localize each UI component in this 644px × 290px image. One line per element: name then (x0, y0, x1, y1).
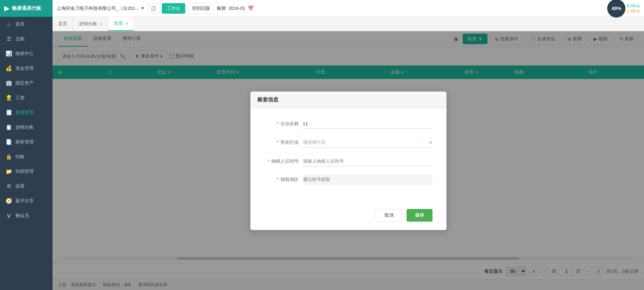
speed-indicator: 49% 8.5K/s 2.6K/s (607, 0, 640, 18)
sidebar-item-salary[interactable]: 👷 工资 (0, 90, 53, 105)
cancel-button[interactable]: 取消 (376, 209, 402, 222)
form-row-industry: * 所在行业 请选择行业 ∨ (264, 137, 432, 148)
speed-circle: 49% (607, 0, 625, 18)
sidebar-item-close[interactable]: 🔒 结账 (0, 149, 53, 164)
sidebar-label-ledger: 总账 (15, 36, 25, 42)
tab-sales-ledger[interactable]: 进销台账 ✕ (73, 17, 108, 31)
topbar: 上海卯金刀电子科技有限公司_（台201... ▼ 📋 工作台 切到旧版 账期 2… (53, 0, 644, 17)
logo-icon: ▶ (4, 5, 9, 12)
period-value: 2016-01 (229, 6, 245, 11)
form-row-tax-id: * 纳税人识别号 (264, 156, 432, 166)
sidebar-item-reports[interactable]: 📊 报表中心 (0, 46, 53, 61)
sidebar-label-funds: 资金管理 (15, 65, 34, 72)
required-star-industry: * (277, 140, 278, 145)
sidebar-label-tax: 税务管理 (15, 139, 34, 145)
sidebar-item-funds[interactable]: 💰 资金管理 (0, 61, 53, 76)
industry-dropdown-icon: ∨ (429, 140, 432, 145)
speed-numbers: 8.5K/s 2.6K/s (627, 3, 640, 14)
company-name: 上海卯金刀电子科技有限公司_（台201... ▼ (57, 5, 145, 12)
sidebar-logo: ▶ 畅康通易代账 (0, 0, 53, 17)
tab-invoice[interactable]: 发票 ✕ (108, 17, 134, 31)
tab-invoice-close[interactable]: ✕ (125, 21, 128, 26)
switch-old-button[interactable]: 切到旧版 (188, 3, 214, 14)
tab-home[interactable]: 首页 (53, 17, 73, 31)
sidebar-item-invoice[interactable]: 🧾 发票管理 (0, 105, 53, 120)
tax-id-input[interactable] (303, 156, 432, 166)
topbar-right: 49% 8.5K/s 2.6K/s (607, 0, 640, 18)
content-area: 销项发票 进项发票 费用小票 ⊞ 取票 ▼ ⊞ 批量操作 (53, 31, 644, 290)
sidebar-label-archive: 归档管理 (15, 168, 34, 175)
dialog-header: 账套信息 (250, 92, 446, 108)
form-label-industry: * 所在行业 (264, 139, 303, 146)
calendar-icon[interactable]: 📅 (248, 6, 254, 11)
sidebar-item-ledger[interactable]: ☰ 总账 (0, 32, 53, 46)
sidebar-label-assets: 固定资产 (15, 80, 34, 86)
guide-icon: 🧭 (6, 198, 12, 204)
tax-id-label: 纳税人识别号 (271, 159, 299, 164)
home-icon: ⌂ (6, 21, 12, 27)
form-row-tax-region: * 报税地区 (264, 175, 432, 184)
required-star-tax-region: * (277, 177, 278, 182)
sidebar-item-settings[interactable]: ⚙ 设置 (0, 179, 53, 194)
sidebar-label-guide: 新手引导 (15, 198, 34, 204)
sidebar-label-invoice: 发票管理 (15, 109, 34, 116)
assets-icon: 🏢 (6, 80, 12, 86)
copy-icon-btn[interactable]: 📋 (148, 3, 159, 14)
sidebar-label-close: 结账 (15, 154, 25, 160)
form-label-tax-region: * 报税地区 (264, 176, 303, 183)
company-name-label: 企业名称 (281, 121, 299, 126)
save-button[interactable]: 保存 (407, 209, 432, 222)
dialog-account-info: 账套信息 * 企业名称 (250, 92, 446, 230)
tabbar: 首页 进销台账 ✕ 发票 ✕ (53, 17, 644, 31)
period-info: 账期 2016-01 📅 (217, 5, 254, 12)
sidebar-label-vip: 畅会员 (15, 213, 29, 219)
salary-icon: 👷 (6, 95, 12, 101)
tab-sales-ledger-label: 进销台账 (79, 21, 97, 27)
required-star-company: * (277, 121, 278, 126)
industry-select[interactable]: 请选择行业 ∨ (303, 137, 432, 148)
form-label-company-name: * 企业名称 (264, 121, 303, 127)
tax-region-input (303, 175, 432, 184)
speed-percent: 49% (611, 6, 621, 11)
funds-icon: 💰 (6, 65, 12, 72)
tab-sales-ledger-close[interactable]: ✕ (99, 22, 102, 26)
sidebar-item-tax[interactable]: 📑 税务管理 (0, 135, 53, 149)
tab-invoice-label: 发票 (114, 20, 123, 27)
company-name-input[interactable] (303, 119, 432, 129)
sidebar-item-home[interactable]: ⌂ 首页 (0, 17, 53, 32)
speed-up: 8.5K/s (627, 3, 640, 8)
settings-icon: ⚙ (6, 183, 12, 189)
modal-overlay: 账套信息 * 企业名称 (53, 31, 644, 290)
required-star-tax-id: * (268, 159, 269, 164)
sales-ledger-icon: 📋 (6, 124, 12, 130)
dialog-title: 账套信息 (257, 96, 278, 102)
sidebar-item-vip[interactable]: V 畅会员 (0, 208, 53, 223)
sidebar-label-sales-ledger: 进销台账 (15, 124, 34, 130)
sidebar-label-home: 首页 (15, 21, 25, 27)
tax-region-label: 报税地区 (281, 177, 299, 182)
sidebar-item-sales-ledger[interactable]: 📋 进销台账 (0, 120, 53, 135)
sidebar-item-archive[interactable]: 📁 归档管理 (0, 164, 53, 179)
tax-icon: 📑 (6, 139, 12, 145)
dialog-footer: 取消 保存 (250, 203, 446, 230)
sidebar-label-reports: 报表中心 (15, 50, 34, 57)
sidebar-label-salary: 工资 (15, 95, 25, 101)
dialog-body: * 企业名称 * 所在行业 请选择行业 (250, 108, 446, 203)
sidebar: ▶ 畅康通易代账 ⌂ 首页 ☰ 总账 📊 报表中心 💰 资金管理 🏢 固定资产 … (0, 0, 53, 290)
company-dropdown-icon[interactable]: ▼ (140, 6, 145, 11)
sidebar-item-assets[interactable]: 🏢 固定资产 (0, 76, 53, 90)
ledger-icon: ☰ (6, 36, 12, 42)
logo-text: 畅康通易代账 (12, 5, 41, 12)
company-text: 上海卯金刀电子科技有限公司_（台201... (57, 5, 139, 12)
speed-down: 2.6K/s (627, 8, 640, 14)
invoice-icon: 🧾 (6, 109, 12, 116)
industry-label: 所在行业 (281, 140, 299, 145)
workbench-button[interactable]: 工作台 (162, 3, 185, 14)
tab-home-label: 首页 (58, 21, 67, 27)
sidebar-item-guide[interactable]: 🧭 新手引导 (0, 194, 53, 208)
form-label-tax-id: * 纳税人识别号 (264, 158, 303, 164)
archive-icon: 📁 (6, 168, 12, 175)
vip-icon: V (6, 213, 12, 219)
close-books-icon: 🔒 (6, 154, 12, 160)
sidebar-label-settings: 设置 (15, 183, 25, 189)
